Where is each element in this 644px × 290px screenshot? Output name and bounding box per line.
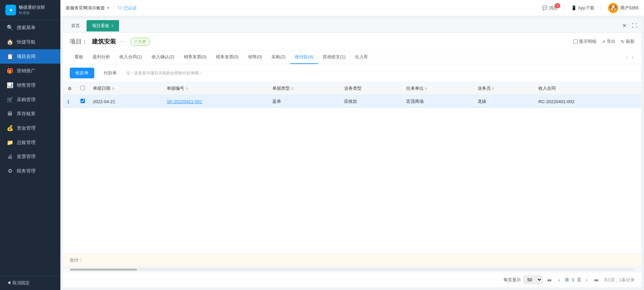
nav-arrows: ‹ › [625,53,635,61]
sidebar-item-purchase[interactable]: 🛒 采购管理 [0,92,60,107]
col-settings[interactable]: ⚙ [63,82,76,95]
chart-icon: 📊 [7,82,13,88]
payment-tab-button[interactable]: 付款单 [98,68,122,78]
last-page-button[interactable]: ⏭ [592,276,601,284]
sidebar-item-funds[interactable]: 💰 资金管理 [0,121,60,135]
number-sort-icon[interactable]: ⇅ [185,87,188,90]
project-more-button[interactable]: ··· [120,39,126,45]
nav-tab-purchase[interactable]: 采购(2) [267,51,290,64]
type-sort-icon[interactable]: ⇅ [291,87,294,90]
project-header: 项目： 建筑安装 ··· 已生效 显示明细 ↗ 导出 ↻ 刷新 [63,33,641,51]
col-biz-type: 业务类型 [340,82,402,95]
sidebar-item-inventory[interactable]: 🏛 库存核算 [0,107,60,121]
nav-tab-other-expense[interactable]: 其他收支(1) [318,51,350,64]
ledger-icon: 📁 [7,139,13,146]
tax-icon: ⚙ [7,168,13,174]
tab-bar: 首页 项目看板 × ✕ ⛶ [63,19,641,33]
sidebar-unpin-button[interactable]: ◀ 取消固定 [0,276,60,290]
col-type: 单据类型 ⇅ [268,82,340,95]
sidebar-item-tax[interactable]: ⚙ 税务管理 [0,164,60,178]
page-word2: 页 [577,277,581,283]
sidebar-item-quicknav[interactable]: 🏠 快捷导航 [0,35,60,49]
col-salesperson: 业务员 ⇅ [474,82,535,95]
tab-close-window-button[interactable]: ✕ [621,21,628,30]
sidebar-item-ledger[interactable]: 📁 总账管理 [0,135,60,150]
sidebar-item-sales[interactable]: 📊 销售管理 [0,78,60,92]
refresh-icon: ↻ [621,39,625,44]
message-button[interactable]: 💬 消息 1 [542,5,557,11]
nav-tab-sales[interactable]: 销售(0) [244,51,267,64]
row-check[interactable] [76,95,89,108]
sidebar-item-search[interactable]: 🔍 搜索菜单 [0,20,60,35]
message-icon: 💬 [542,5,547,10]
sidebar: ✦ 畅捷通好业财 标准版 🔍 搜索菜单 🏠 快捷导航 📋 项目合同 🎁 营销推广… [0,0,60,290]
invoice-icon: 🖨 [7,154,13,160]
row-checkbox[interactable] [80,99,85,103]
shield-icon: 🛡 [118,5,122,11]
pagination: 每页显示 50 100 200 ⏮ ‹ 第 1 页 › ⏭ 共1页，1条记录 [63,272,641,287]
salesperson-sort-icon[interactable]: ⇅ [492,87,494,90]
app-download-button[interactable]: 📱 App下载 [571,5,594,11]
table-container: ⚙ 单据日期 ⇅ 单据编号 ⇅ [63,82,641,253]
export-button[interactable]: ↗ 导出 [602,39,615,45]
nav-tab-receipt[interactable]: 收付款(4) [290,51,318,64]
tab-maximize-button[interactable]: ⛶ [631,21,639,30]
scrollbar-thumb[interactable] [70,269,137,271]
show-detail-input[interactable] [573,40,578,44]
tab-close-icon[interactable]: × [111,23,114,28]
nav-tab-sales-invoice[interactable]: 销售发票(0) [179,51,211,64]
row-income-contract: RC-20220401-002 [534,95,641,108]
sidebar-scroll: 🔍 搜索菜单 🏠 快捷导航 📋 项目合同 🎁 营销推广 📊 销售管理 🛒 采购管… [0,20,60,276]
scrollbar-track[interactable] [70,269,635,271]
sidebar-item-marketing[interactable]: 🎁 营销推广 [0,64,60,78]
counterpart-sort-icon[interactable]: ⇅ [425,87,427,90]
table-row[interactable]: 1 2022-04-21 SK-20220421-001 蓝单 应收款 宏茂商场… [63,95,641,108]
sub-tabs: 收款单 付款单 注：这里是与项目关联的全部收付款单哦～ [63,64,641,82]
tab-home[interactable]: 首页 [66,20,85,31]
sidebar-item-contract[interactable]: 📋 项目合同 [0,49,60,64]
nav-tab-io[interactable]: 出入库 [350,51,373,64]
search-icon: 🔍 [7,24,13,31]
next-page-button[interactable]: › [584,276,590,284]
user-menu[interactable]: 🐶 用户3355 [608,3,639,13]
nav-tab-income-confirm[interactable]: 收入确认(2) [147,51,179,64]
project-actions: 显示明细 ↗ 导出 ↻ 刷新 [573,39,635,45]
select-all-checkbox[interactable] [80,86,85,90]
prev-page-button[interactable]: ‹ [556,276,562,284]
sidebar-item-invoice[interactable]: 🖨 发票管理 [0,150,60,164]
dropdown-icon: ▾ [107,5,109,10]
nav-tab-kanban[interactable]: 看板 [70,51,88,64]
phone-icon: 📱 [571,5,577,10]
first-page-button[interactable]: ⏮ [545,276,554,284]
show-detail-checkbox[interactable]: 显示明细 [573,39,596,45]
table-header-row: ⚙ 单据日期 ⇅ 单据编号 ⇅ [63,82,641,95]
tab-project-board[interactable]: 项目看板 × [87,20,119,31]
account-selector[interactable]: 新服务官网演示账套 ▾ [66,5,109,11]
gift-icon: 🎁 [7,68,13,74]
topbar-right: 💬 消息 1 📱 App下载 🐶 用户3355 [542,3,639,13]
row-biz-type: 应收款 [340,95,402,108]
certified-badge: 🛡 已认证 [118,5,137,11]
summary-row: 合计： [63,253,641,267]
col-number: 单据编号 ⇅ [163,82,268,95]
sub-tab-note: 注：这里是与项目关联的全部收付款单哦～ [126,70,203,76]
contract-icon: 📋 [7,53,13,60]
nav-prev-button[interactable]: ‹ [625,53,629,61]
cart-icon: 🛒 [7,96,13,103]
nav-tab-income-contract[interactable]: 收入合同(1) [115,51,147,64]
nav-next-button[interactable]: › [630,53,635,61]
nav-tab-tax-invoice[interactable]: 税务发票(0) [211,51,244,64]
page-size-select[interactable]: 50 100 200 [524,276,542,284]
app-logo-icon: ✦ [5,5,16,15]
divider1 [113,5,114,11]
receipt-tab-button[interactable]: 收款单 [70,68,94,78]
row-number[interactable]: SK-20220421-001 [163,95,268,108]
row-counterpart: 宏茂商场 [402,95,474,108]
refresh-button[interactable]: ↻ 刷新 [621,39,635,45]
nav-tab-profit[interactable]: 盈利分析 [88,51,115,64]
content-card: 首页 项目看板 × ✕ ⛶ 项目： 建筑安装 ··· 已生效 显示明细 [63,19,641,287]
message-badge: 1 [555,3,560,8]
settings-icon[interactable]: ⚙ [68,86,72,91]
date-sort-icon[interactable]: ⇅ [112,87,114,90]
col-counterpart: 往来单位 ⇅ [402,82,474,95]
